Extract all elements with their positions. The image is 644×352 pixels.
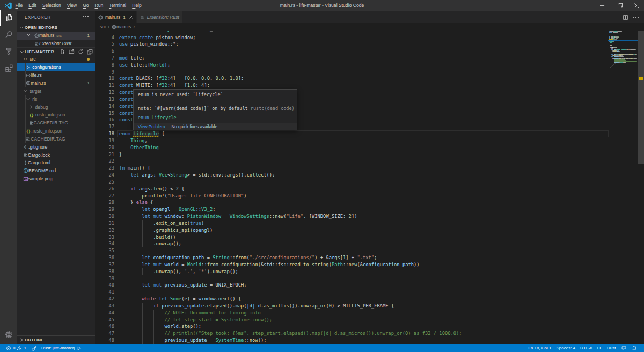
tree-folder-debug[interactable]: debug [17, 103, 95, 111]
line-number: 41 [95, 289, 114, 296]
quick-fix-hint: No quick fixes available [171, 124, 217, 129]
code-token: let [130, 172, 139, 178]
minimap-line [618, 38, 618, 38]
tree-file-readme-md[interactable]: README.md [17, 167, 95, 175]
breadcrumb-separator-icon: › [133, 24, 135, 30]
extensions-icon [4, 63, 13, 72]
more-actions-icon[interactable] [83, 16, 89, 18]
menu-terminal[interactable]: Terminal [106, 0, 129, 11]
file-icon-info [23, 168, 28, 173]
close-window-button[interactable] [627, 0, 644, 11]
outline-header[interactable]: OUTLINE [17, 335, 95, 343]
status-problems[interactable]: 01 [4, 344, 28, 352]
collapse-all-icon[interactable] [87, 49, 93, 55]
code-line: let args: Vec<String> = std::env::args()… [119, 172, 275, 179]
tree-file-cachedir-tag[interactable]: CACHEDIR.TAG [17, 119, 95, 127]
code-token: : [153, 172, 159, 178]
activity-explorer[interactable] [0, 10, 17, 26]
code-token: std::time::{ [130, 31, 164, 32]
activity-source-control[interactable] [0, 43, 17, 59]
tree-item-label: .gitignore [28, 144, 47, 150]
new-folder-icon[interactable] [69, 49, 75, 55]
code-token: ; [196, 83, 202, 88]
code-token: const [119, 83, 133, 88]
tooltip-token: enum [138, 115, 149, 120]
folder-section-header[interactable]: LIFE-MASTER [17, 47, 95, 55]
tree-file--rustc-info-json[interactable]: {}.rustc_info.json [17, 127, 95, 135]
refresh-icon[interactable] [78, 49, 84, 55]
code-token: )) [414, 262, 420, 267]
sidebar-more-actions-icon[interactable] [83, 16, 89, 18]
code-token: 0.0 [216, 76, 224, 81]
breadcrumb-main-rs[interactable]: main.rs [112, 24, 131, 30]
split-editor-icon[interactable] [623, 14, 628, 20]
close-editor-icon[interactable] [26, 33, 34, 38]
scrollbar-slider[interactable] [638, 31, 644, 164]
tree-file-sample-png[interactable]: sample.png [17, 175, 95, 183]
close-tab-icon[interactable] [129, 15, 133, 19]
code-token: else [136, 200, 148, 205]
tree-file-cargo-toml[interactable]: Cargo.toml [17, 159, 95, 167]
code-line: OtherThing [119, 144, 159, 151]
tree-folder-src[interactable]: src [17, 55, 95, 63]
breadcrumb-src[interactable]: src [100, 24, 106, 30]
more-actions-icon[interactable] [633, 16, 639, 18]
maximize-button[interactable] [611, 0, 629, 11]
activity-manage[interactable] [0, 326, 17, 342]
code-token: SystemTime [215, 338, 244, 343]
activity-extensions[interactable] [0, 60, 17, 76]
tree-file-cargo-lock[interactable]: Cargo.lock [17, 151, 95, 159]
code-token: . [119, 228, 156, 233]
code-token: Vec [159, 172, 167, 178]
menu-go[interactable]: Go [80, 0, 92, 11]
status-notifications[interactable] [629, 344, 639, 352]
tree-folder-rls[interactable]: rls [17, 95, 95, 103]
menu-selection[interactable]: Selection [39, 0, 64, 11]
minimize-button[interactable] [593, 0, 611, 11]
menu-edit[interactable]: Edit [26, 0, 40, 11]
tooltip-blank-line [138, 98, 297, 105]
status-indentation[interactable]: Spaces: 4 [554, 344, 578, 352]
file-icon-rust [26, 73, 31, 78]
status-feedback[interactable] [618, 344, 629, 352]
menu-help[interactable]: Help [129, 0, 144, 11]
status-eol[interactable]: LF [595, 344, 604, 352]
code-token: = [207, 338, 216, 343]
open-editor-item[interactable]: main.rssrc1 [17, 32, 95, 40]
new-file-icon[interactable] [60, 49, 65, 55]
breadcrumbs[interactable]: src›main.rs›… [95, 23, 644, 31]
tab-extension-rust[interactable]: Extension: Rust [137, 11, 183, 23]
status-language-mode[interactable]: Rust [605, 344, 618, 352]
status-cursor-position[interactable]: Ln 18, Col 1 [526, 344, 554, 352]
editor-actions [623, 11, 639, 23]
file-icon-git [23, 144, 28, 150]
code-token: = [221, 214, 230, 219]
tree-file-cachedir-tag[interactable]: CACHEDIR.TAG [17, 135, 95, 143]
tree-file-main-rs[interactable]: main.rs1 [17, 79, 95, 87]
status-encoding[interactable]: UTF-8 [578, 344, 595, 352]
open-editors-header[interactable]: OPEN EDITORS [17, 24, 95, 32]
status-rust-project[interactable]: Rust: [life-master] [39, 344, 84, 352]
open-editor-item[interactable]: Extension: Rust [17, 40, 95, 48]
tree-file--gitignore[interactable]: .gitignore [17, 143, 95, 151]
menu-run[interactable]: Run [92, 0, 106, 11]
status-bar-right: Ln 18, Col 1Spaces: 4UTF-8LFRust [526, 344, 644, 352]
tab-main-rs[interactable]: main.rs1 [95, 11, 137, 23]
code-token [119, 282, 142, 288]
code-token: , [145, 138, 148, 143]
folder-section-label: LIFE-MASTER [25, 49, 54, 54]
minimap-line [625, 62, 626, 62]
code-token: unwrap [156, 241, 173, 246]
status-rls-status[interactable] [28, 344, 39, 352]
menu-view[interactable]: View [64, 0, 79, 11]
tree-folder-configurations[interactable]: configurations [17, 63, 95, 71]
code-token: 1.0 [187, 83, 196, 88]
tree-file-life-rs[interactable]: life.rs [17, 71, 95, 79]
tree-file--rustc-info-json[interactable]: {}.rustc_info.json [17, 111, 95, 119]
view-problem-link[interactable]: View Problem [138, 124, 165, 129]
activity-search[interactable] [0, 26, 17, 42]
tooltip-status-bar: View Problem No quick fixes available [134, 123, 297, 130]
code-area[interactable]: 3use std::time::{SystemTime, UNIX_EPOCH}… [95, 31, 644, 344]
tree-folder-target[interactable]: target [17, 87, 95, 95]
breadcrumb--[interactable]: … [137, 24, 141, 30]
